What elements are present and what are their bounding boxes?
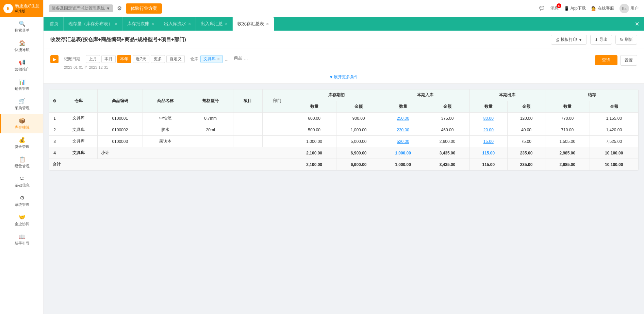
chevron-down-icon: ▼: [329, 75, 333, 80]
sidebar-item-guide[interactable]: 📖 新手引导: [0, 230, 43, 249]
subtotal-in-amt: 3,435.00: [425, 147, 469, 159]
system-icon: ⚙: [20, 195, 24, 201]
row-project: [233, 113, 263, 124]
logo-text: 畅捷通好生意 标准版: [15, 3, 39, 14]
row-out-qty[interactable]: 80.00: [469, 113, 507, 124]
sidebar-item-purchase[interactable]: 🛒 采购管理: [0, 95, 43, 114]
content-area: 收发存汇总表(按仓库+商品编码+商品+规格型号+项目+部门) 🖨 模板打印 ▼ …: [44, 31, 644, 314]
enterprise-icon: 🤝: [19, 214, 26, 220]
sidebar-item-system[interactable]: ⚙ 系统管理: [0, 191, 43, 211]
row-opening-qty: 500.00: [292, 124, 336, 136]
tab-close-icon[interactable]: ✕: [225, 22, 228, 26]
row-no: 2: [49, 124, 60, 136]
print-button[interactable]: 🖨 模板打印 ▼: [551, 35, 587, 45]
date-cur-month[interactable]: 本月: [101, 55, 116, 63]
date-custom[interactable]: 自定义: [166, 55, 185, 63]
tab-receive-send[interactable]: 收发存汇总表 ✕: [233, 17, 274, 31]
sidebar-item-enterprise[interactable]: 🤝 企业协同: [0, 211, 43, 230]
table-area: ⚙ 仓库 商品编码 商品名称 规格型号 项目 部门 库存期初 本期入库 本期出库…: [44, 84, 644, 314]
date-cur-year[interactable]: 本年: [117, 55, 131, 63]
close-qty-header: 数量: [545, 101, 590, 113]
column-settings-button[interactable]: 设置: [620, 55, 637, 66]
tab-summary-inout[interactable]: 出入库汇总 ✕: [196, 17, 233, 31]
sidebar-item-marketing[interactable]: 📢 营销推广: [0, 56, 43, 75]
filter-right-actions: 查询 设置: [595, 55, 637, 66]
date-more[interactable]: 更多: [151, 55, 165, 63]
row-close-qty: 1,505.00: [545, 136, 590, 147]
date-filter-row: 记账日期 上月 本月 本年 近7天 更多 自定义: [64, 55, 185, 63]
tab-label: 库存批次账: [127, 21, 149, 27]
row-project: [233, 136, 263, 147]
sidebar-item-label: 库存核算: [15, 125, 30, 130]
message-badge[interactable]: 💬 6 消息: [539, 5, 558, 11]
close-all-button[interactable]: ✕: [631, 21, 643, 27]
sidebar-item-sales[interactable]: 📊 销售管理: [0, 75, 43, 95]
warehouse-tag[interactable]: 文具库 ✕: [200, 55, 223, 63]
guide-icon: 📖: [19, 233, 26, 240]
user-section[interactable]: Ea 用户: [620, 4, 639, 13]
sidebar-item-operations[interactable]: 📋 经营管理: [0, 153, 43, 172]
export-button[interactable]: ⬇ 导出: [590, 35, 612, 45]
row-in-amt: 375.00: [425, 113, 469, 124]
subtotal-close-amt: 10,100.00: [590, 147, 638, 159]
sidebar-item-label: 企业协同: [15, 221, 30, 227]
tab-label: 出入库汇总: [201, 21, 223, 27]
row-in-amt: 460.00: [425, 124, 469, 136]
expand-button[interactable]: ▼ 展开更多条件: [329, 74, 359, 80]
row-in-amt: 2,600.00: [425, 136, 469, 147]
warehouse-tag-close-icon[interactable]: ✕: [217, 57, 220, 61]
gear-icon[interactable]: ⚙: [117, 5, 122, 12]
subtotal-in-qty[interactable]: 1,000.00: [381, 147, 425, 159]
tab-close-icon[interactable]: ✕: [188, 22, 191, 26]
app-download[interactable]: 📱 App下载: [564, 5, 586, 11]
sidebar-item-finance[interactable]: 💰 资金管理: [0, 133, 43, 153]
row-in-qty[interactable]: 230.00: [381, 124, 425, 136]
query-button[interactable]: 查询: [595, 55, 617, 65]
experience-button[interactable]: 体验行业方案: [126, 3, 162, 14]
date-prev-month[interactable]: 上月: [86, 55, 100, 63]
goods-label: 商品: [234, 55, 242, 61]
sidebar-item-label: 销售管理: [15, 86, 30, 91]
tab-close-icon[interactable]: ✕: [115, 22, 117, 26]
row-in-qty[interactable]: 250.00: [381, 113, 425, 124]
row-close-qty: 770.00: [545, 113, 590, 124]
row-goods-spec: [188, 136, 233, 147]
settings-col-header[interactable]: ⚙: [49, 89, 60, 113]
message-count: 6: [557, 3, 561, 8]
main-area: 装备及固定资产辅助管理系统 ▼ ⚙ 体验行业方案 💬 6 消息 📱 App下载 …: [44, 0, 644, 314]
row-out-qty[interactable]: 20.00: [469, 124, 507, 136]
total-row: 合计 2,100.00 6,900.00 1,000.00 3,435.00 1…: [49, 159, 639, 170]
tab-flow[interactable]: 出入库流水 ✕: [159, 17, 196, 31]
filter-area: ▶ 记账日期 上月 本月 本年 近7天 更多 自定义 2023-01-01: [44, 49, 644, 84]
row-out-qty[interactable]: 15.00: [469, 136, 507, 147]
tab-close-icon[interactable]: ✕: [151, 22, 154, 26]
system-name: 装备及固定资产辅助管理系统: [52, 5, 105, 11]
filter-toggle-button[interactable]: ▶: [50, 55, 59, 63]
warehouse-col-header: 仓库: [60, 89, 98, 113]
tab-batch[interactable]: 库存批次账 ✕: [122, 17, 159, 31]
goods-dots[interactable]: ...: [244, 55, 248, 61]
online-service[interactable]: 💁 在线客服: [591, 5, 614, 11]
tab-home[interactable]: 首页: [45, 17, 64, 31]
system-selector[interactable]: 装备及固定资产辅助管理系统 ▼: [49, 4, 113, 12]
sidebar-item-inventory[interactable]: 📦 库存核算: [0, 114, 43, 133]
sidebar-item-base[interactable]: 🗂 基础信息: [0, 172, 43, 191]
subtotal-out-qty[interactable]: 115.00: [469, 147, 507, 159]
total-opening-amt: 6,900.00: [336, 159, 381, 170]
search-icon: 🔍: [19, 20, 26, 27]
refresh-button[interactable]: ↻ 刷新: [615, 35, 637, 45]
app-logo: 6 畅捷通好生意 标准版: [0, 0, 43, 17]
warehouse-dots[interactable]: ...: [225, 56, 229, 62]
tab-close-icon[interactable]: ✕: [266, 22, 269, 26]
sidebar-item-search[interactable]: 🔍 搜索菜单: [0, 17, 43, 36]
tab-inventory-dist[interactable]: 现存量（库存分布表） ✕: [64, 17, 122, 31]
sidebar-item-quick[interactable]: 🏠 快捷导航: [0, 36, 43, 56]
goods-filter: 商品 ...: [234, 55, 248, 61]
date-7days[interactable]: 近7天: [133, 55, 149, 63]
row-goods-name: 胶水: [143, 124, 188, 136]
row-in-qty[interactable]: 520.00: [381, 136, 425, 147]
purchase-icon: 🛒: [19, 98, 26, 104]
row-goods-code: 0100001: [97, 113, 143, 124]
total-opening-qty: 2,100.00: [292, 159, 336, 170]
sales-icon: 📊: [19, 79, 26, 85]
